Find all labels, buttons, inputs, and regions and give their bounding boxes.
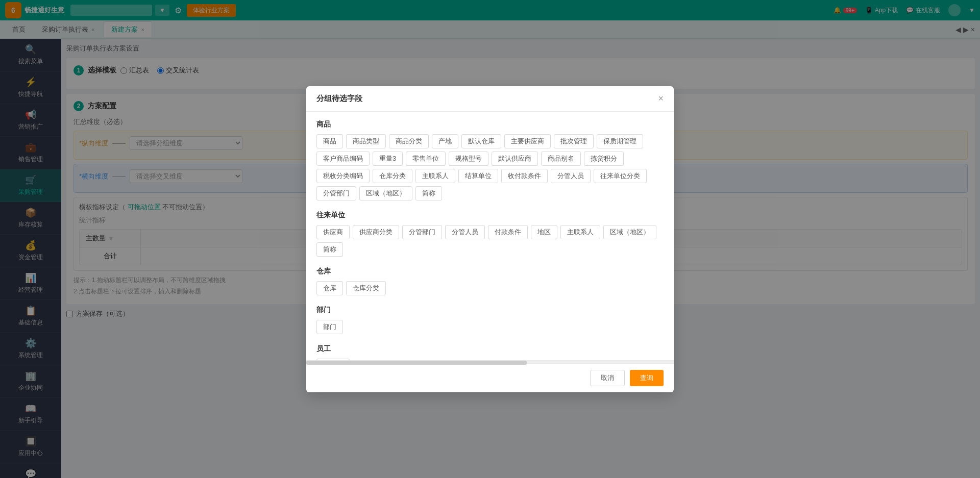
field-group-partner: 往来单位 供应商 供应商分类 分管部门 分管人员 付款条件 地区 主联系人 区域… [316, 211, 664, 257]
field-group-product-tags: 商品 商品类型 商品分类 产地 默认仓库 主要供应商 批次管理 保质期管理 客户… [316, 134, 664, 200]
field-tag-partner-category[interactable]: 往来单位分类 [594, 169, 647, 183]
field-tag-person-partner[interactable]: 分管人员 [445, 225, 485, 239]
field-group-department: 部门 部门 [316, 306, 664, 334]
field-tag-origin[interactable]: 产地 [432, 134, 458, 148]
field-group-warehouse-title: 仓库 [316, 267, 664, 276]
field-tag-default-supplier[interactable]: 默认供应商 [492, 152, 538, 166]
modal-hscroll-thumb[interactable] [306, 361, 527, 365]
field-group-product: 商品 商品 商品类型 商品分类 产地 默认仓库 主要供应商 批次管理 保质期管理… [316, 120, 664, 200]
field-tag-supplier-category[interactable]: 供应商分类 [353, 225, 399, 239]
field-tag-warehouse-category[interactable]: 仓库分类 [373, 169, 412, 183]
field-tag-product-category[interactable]: 商品分类 [389, 134, 429, 148]
field-tag-batch-mgmt[interactable]: 批次管理 [554, 134, 594, 148]
modal-horizontal-scrollbar[interactable] [306, 360, 674, 363]
field-group-warehouse-tags: 仓库 仓库分类 [316, 281, 664, 295]
field-group-department-tags: 部门 [316, 320, 664, 334]
field-tag-warehouse-cat[interactable]: 仓库分类 [346, 281, 386, 295]
field-tag-tax-code[interactable]: 税收分类编码 [316, 169, 370, 183]
field-tag-retail-unit[interactable]: 零售单位 [406, 152, 446, 166]
field-tag-pick-points[interactable]: 拣货积分 [584, 152, 624, 166]
field-group-warehouse: 仓库 仓库 仓库分类 [316, 267, 664, 295]
field-tag-product-type[interactable]: 商品类型 [346, 134, 386, 148]
modal-close-button[interactable]: × [658, 93, 664, 104]
field-tag-supervisor[interactable]: 分管人员 [551, 169, 591, 183]
field-group-partner-tags: 供应商 供应商分类 分管部门 分管人员 付款条件 地区 主联系人 区域（地区） … [316, 225, 664, 257]
field-tag-payment-terms[interactable]: 收付款条件 [501, 169, 548, 183]
modal-body: 商品 商品 商品类型 商品分类 产地 默认仓库 主要供应商 批次管理 保质期管理… [306, 112, 674, 360]
field-tag-short-name-product[interactable]: 简称 [415, 186, 442, 200]
field-group-department-title: 部门 [316, 306, 664, 315]
field-tag-product[interactable]: 商品 [316, 134, 343, 148]
modal-header: 分组待选字段 × [306, 86, 674, 112]
field-tag-dept-partner[interactable]: 分管部门 [402, 225, 442, 239]
field-tag-supervisor-dept[interactable]: 分管部门 [316, 186, 356, 200]
modal-confirm-button[interactable]: 查询 [630, 370, 664, 386]
modal-overlay[interactable]: 分组待选字段 × 商品 商品 商品类型 商品分类 产地 默认仓库 主要供应商 批… [0, 0, 980, 478]
field-tag-spec-model[interactable]: 规格型号 [449, 152, 488, 166]
field-tag-warehouse[interactable]: 仓库 [316, 281, 343, 295]
field-tag-default-warehouse[interactable]: 默认仓库 [461, 134, 501, 148]
field-tag-settlement-unit[interactable]: 结算单位 [458, 169, 498, 183]
field-group-employee: 员工 业务员 [316, 344, 664, 360]
field-group-employee-title: 员工 [316, 344, 664, 354]
field-tag-region-product[interactable]: 区域（地区） [359, 186, 412, 200]
field-tag-short-name-partner[interactable]: 简称 [316, 242, 343, 257]
field-tag-supplier[interactable]: 供应商 [316, 225, 350, 239]
field-tag-weight3[interactable]: 重量3 [373, 152, 403, 166]
field-tag-main-supplier[interactable]: 主要供应商 [504, 134, 551, 148]
modal-title: 分组待选字段 [316, 94, 362, 104]
modal-footer: 取消 查询 [306, 363, 674, 392]
field-tag-main-contact-partner[interactable]: 主联系人 [560, 225, 600, 239]
field-tag-customer-code[interactable]: 客户商品编码 [316, 152, 370, 166]
field-tag-product-alias[interactable]: 商品别名 [541, 152, 581, 166]
field-group-partner-title: 往来单位 [316, 211, 664, 220]
field-tag-area-partner[interactable]: 区域（地区） [603, 225, 656, 239]
field-group-product-title: 商品 [316, 120, 664, 129]
field-tag-region-partner[interactable]: 地区 [531, 225, 557, 239]
field-tag-payment-cond[interactable]: 付款条件 [488, 225, 528, 239]
modal-cancel-button[interactable]: 取消 [590, 370, 625, 386]
field-tag-main-contact[interactable]: 主联系人 [415, 169, 455, 183]
field-tag-shelf-life[interactable]: 保质期管理 [597, 134, 643, 148]
modal-dialog: 分组待选字段 × 商品 商品 商品类型 商品分类 产地 默认仓库 主要供应商 批… [306, 86, 674, 392]
field-tag-department[interactable]: 部门 [316, 320, 343, 334]
